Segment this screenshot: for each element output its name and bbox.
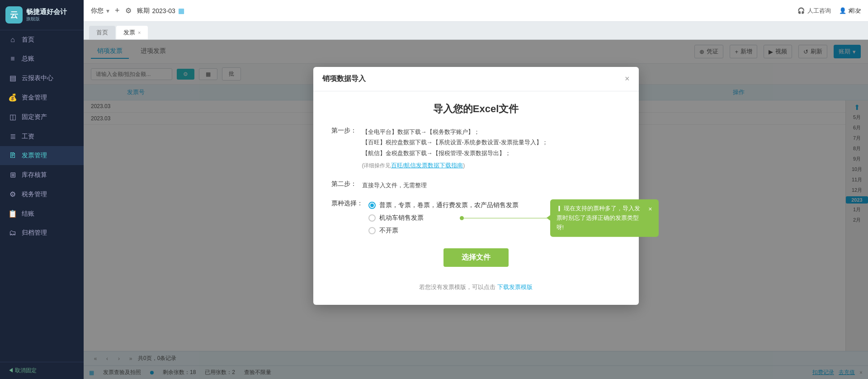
step1-content: 【全电平台】数据下载→【税务数字账户】； 【百旺】税控盘数据下载→【系统设置-系… (362, 127, 621, 171)
radio-group: 普票，专票，卷票，通行费发票，农产品销售发票 机动车销售发票 (368, 201, 519, 235)
download-guide-link[interactable]: 百旺/航信发票数据下载指南 (391, 162, 463, 169)
step2-content: 直接导入文件，无需整理 (362, 180, 621, 190)
add-tab-button[interactable]: + (115, 6, 120, 15)
radio-circle-3 (368, 227, 376, 234)
modal-note: 若您没有发票模版，可以点击 下载发票模版 (331, 283, 621, 291)
sidebar-item-close-accounts[interactable]: 📋 结账 (0, 204, 84, 223)
close-accounts-icon: 📋 (8, 209, 17, 218)
sidebar-item-label: 工资 (22, 133, 34, 141)
logo-text: 畅捷通好会计 (26, 8, 67, 16)
period-value: 2023-03 (152, 7, 175, 14)
sidebar-item-label: 税务管理 (22, 190, 47, 199)
step1-hint-prefix: (详细操作见 (362, 162, 391, 169)
modal-overlay: 销项数据导入 × 导入您的Excel文件 第一步： 【全电平台】数据下载→【税务… (84, 40, 868, 379)
modal-header: 销项数据导入 × (313, 67, 639, 91)
tabbar: 首页 发票 × (84, 22, 868, 40)
sidebar-nav: ⌂ 首页 ≡ 总账 ▤ 云报表中心 💰 资金管理 ◫ 固定资产 ≣ 工资 (0, 30, 84, 362)
sidebar-item-stock[interactable]: ⊞ 库存核算 (0, 165, 84, 185)
tab-home-label: 首页 (96, 28, 108, 37)
sidebar-item-label: 固定资产 (22, 113, 47, 121)
modal-body: 导入您的Excel文件 第一步： 【全电平台】数据下载→【税务数字账户】； 【百… (313, 91, 639, 305)
reports-icon: ▤ (8, 74, 17, 82)
radio-label-3: 不开票 (379, 227, 398, 235)
note-prefix: 若您没有发票模版，可以点击 (419, 284, 495, 290)
sidebar-item-invoice[interactable]: 🖹 发票管理 (0, 146, 84, 165)
radio-label-2: 机动车销售发票 (379, 214, 424, 222)
sidebar-item-label: 归档管理 (22, 229, 47, 237)
step1-label: 第一步： (331, 127, 357, 171)
step1-line3: 【航信】金税盘数据下载→【报税管理-发票数据导出】； (362, 148, 621, 158)
tooltip-text: ▎ (557, 205, 562, 212)
sidebar-item-ledger[interactable]: ≡ 总账 (0, 49, 84, 68)
company-name: 你您 (91, 7, 104, 15)
calendar-icon: ▦ (178, 7, 184, 15)
invoice-icon: 🖹 (8, 152, 17, 160)
logo-icon: 云 (5, 6, 23, 24)
sidebar-item-payroll[interactable]: ≣ 工资 (0, 127, 84, 146)
step2-label: 第二步： (331, 180, 357, 190)
radio-circle-2 (368, 214, 376, 222)
tab-home[interactable]: 首页 (89, 26, 115, 39)
sidebar-item-reports[interactable]: ▤ 云报表中心 (0, 68, 84, 88)
tooltip-bubble: × ▎ 现在支持的票种多了，导入发票时别忘了选择正确的发票类型呀! (550, 199, 659, 237)
sidebar-item-home[interactable]: ⌂ 首页 (0, 30, 84, 49)
tab-invoice[interactable]: 发票 × (116, 26, 148, 39)
stock-icon: ⊞ (8, 171, 17, 179)
radio-item-2[interactable]: 机动车销售发票 × ▎ (368, 214, 519, 222)
sidebar-item-label: 总账 (22, 55, 34, 63)
maximize-window-button[interactable]: ⤢ (856, 7, 862, 14)
sidebar-item-label: 首页 (22, 36, 34, 44)
tooltip-content: 现在支持的票种多了，导入发票时别忘了选择正确的发票类型呀! (557, 205, 641, 231)
content-area: 销项发票 进项发票 ⊕ 凭证 + 新增 ▶ 视频 (84, 40, 868, 379)
tab-invoice-label: 发票 (123, 28, 135, 37)
sidebar-item-tax[interactable]: ⚙ 税务管理 (0, 185, 84, 204)
sidebar-item-label: 库存核算 (22, 171, 47, 179)
radio-dot-1 (370, 204, 374, 207)
sidebar-item-label: 结账 (22, 210, 34, 218)
sidebar-logo: 云 畅捷通好会计 旗舰版 (0, 0, 84, 30)
headphone-icon: 🎧 (797, 7, 805, 14)
tab-close-icon[interactable]: × (138, 30, 141, 35)
step1-line2: 【百旺】税控盘数据下载→【系统设置-系统参数设置-发票批量导入】； (362, 137, 621, 147)
period-label: 账期 (137, 7, 150, 15)
period-selector[interactable]: 账期 2023-03 ▦ (137, 7, 184, 15)
step1-hint-suffix: ) (463, 162, 465, 169)
payroll-icon: ≣ (8, 132, 17, 141)
settings-icon[interactable]: ⚙ (125, 6, 132, 15)
sidebar-item-archive[interactable]: 🗂 归档管理 (0, 223, 84, 242)
step1: 第一步： 【全电平台】数据下载→【税务数字账户】； 【百旺】税控盘数据下载→【系… (331, 127, 621, 171)
sidebar-item-label: 发票管理 (22, 152, 47, 160)
tooltip-close-button[interactable]: × (648, 204, 652, 214)
consult-button[interactable]: 🎧 人工咨询 (797, 7, 831, 15)
archive-icon: 🗂 (8, 229, 17, 237)
download-template-link[interactable]: 下载发票模版 (497, 284, 533, 290)
step1-line1: 【全电平台】数据下载→【税务数字账户】； (362, 127, 621, 137)
ticket-label: 票种选择： (331, 199, 363, 235)
sidebar-item-label: 云报表中心 (22, 74, 53, 82)
logo-sub: 旗舰版 (26, 16, 67, 22)
sidebar-item-assets[interactable]: ◫ 固定资产 (0, 107, 84, 127)
home-icon: ⌂ (8, 36, 17, 44)
sidebar-item-label: 资金管理 (22, 94, 47, 102)
topbar: 你您 ▾ + ⚙ 账期 2023-03 ▦ 🎧 人工咨询 👤 用友 (84, 0, 868, 22)
finance-icon: 💰 (8, 93, 17, 102)
main-area: 你您 ▾ + ⚙ 账期 2023-03 ▦ 🎧 人工咨询 👤 用友 (84, 0, 868, 379)
ticket-selection: 票种选择： 普票，专票，卷票，通行费发票，农产品销售发票 (331, 199, 621, 235)
sidebar: 云 畅捷通好会计 旗舰版 ⌂ 首页 ≡ 总账 ▤ 云报表中心 💰 资金管理 (0, 0, 84, 379)
consult-label: 人工咨询 (807, 7, 831, 15)
modal-title: 销项数据导入 (322, 74, 366, 84)
radio-circle-1 (368, 202, 376, 209)
tax-icon: ⚙ (8, 190, 17, 199)
ledger-icon: ≡ (8, 55, 17, 63)
company-selector[interactable]: 你您 ▾ (91, 7, 109, 15)
sidebar-item-finance[interactable]: 💰 资金管理 (0, 88, 84, 107)
select-file-button[interactable]: 选择文件 (443, 248, 509, 267)
close-window-button[interactable]: × (848, 6, 853, 16)
cancel-fixed-button[interactable]: ◀ 取消固定 (0, 362, 84, 379)
modal-footer: 选择文件 (331, 244, 621, 276)
import-modal: 销项数据导入 × 导入您的Excel文件 第一步： 【全电平台】数据下载→【税务… (313, 67, 639, 305)
chevron-down-icon: ▾ (106, 7, 109, 14)
step2: 第二步： 直接导入文件，无需整理 (331, 180, 621, 190)
modal-heading: 导入您的Excel文件 (331, 102, 621, 116)
modal-close-button[interactable]: × (625, 74, 630, 84)
